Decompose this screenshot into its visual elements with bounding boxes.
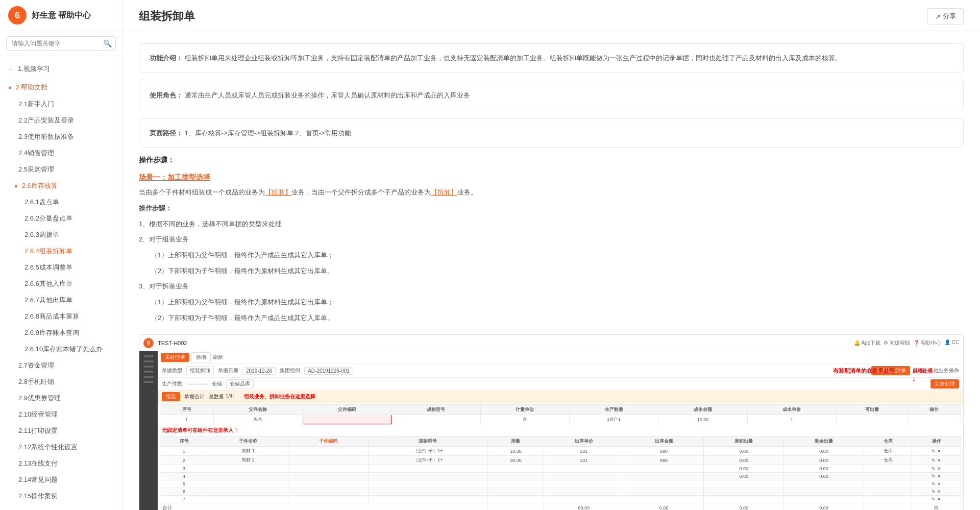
sidebar-item-inventory[interactable]: ● 2.6库存核算: [0, 178, 122, 194]
td-spec-1: [391, 415, 480, 424]
th-out-amt: 出库金额: [624, 436, 704, 447]
path-label: 页面路径：: [150, 129, 183, 137]
sidebar-item-265[interactable]: 2.6.5成本调整单: [0, 259, 122, 276]
sidebar-item-sys[interactable]: 2.12系统个性化设置: [0, 439, 122, 455]
func-intro-label: 功能介绍：: [150, 54, 183, 62]
sim-doctype-value: 组装拆卸: [186, 366, 214, 375]
sim-company: TEST-H002: [158, 340, 187, 346]
nav-group-video: ＋ 1.视频学习: [0, 60, 122, 78]
sidebar-item-2610[interactable]: 2.6.10库存账本错了怎么办: [0, 341, 122, 357]
share-label: 分享: [943, 12, 956, 21]
sim-lower-row-3: 30.000.00✎ ✕: [160, 465, 961, 473]
expand-icon: ＋: [8, 65, 14, 73]
sim-sidebar-icon-1: [143, 355, 154, 357]
th-child-name: 子件名称: [208, 436, 288, 447]
sim-top-icons: 🔔 App下载 ⚙ 初级帮助 ❓ 帮助中心 👤 CC: [854, 339, 959, 347]
app-logo: 6: [8, 6, 27, 25]
td-op-1: [908, 415, 961, 424]
annotation2-text: 组装业务、拆卸业务在这里选择: [244, 394, 315, 399]
sim-table-footer: 合计 89.00 0.00 0.00 0.00 同: [160, 503, 961, 510]
sidebar-item-267[interactable]: 2.6.7其他出库单: [0, 292, 122, 308]
step2-1: （1）上部明细为父件明细，最终作为产成品生成其它入库单；: [139, 249, 964, 262]
sidebar-item-sales[interactable]: 2.4销售管理: [0, 145, 122, 161]
sidebar-item-263[interactable]: 2.6.3调拨单: [0, 227, 122, 243]
sidebar-item-coupon[interactable]: 2.9优惠券管理: [0, 390, 122, 406]
main-content: 组装拆卸单 ↗ 分享 功能介绍： 组装拆卸单用来处理企业组装或拆卸等加工业务，支…: [122, 0, 980, 510]
sidebar-item-pay[interactable]: 2.13在线支付: [0, 455, 122, 472]
step2: 2、对于组装业务: [139, 233, 964, 246]
steps-label: 操作步骤：: [139, 202, 964, 215]
sim-label-deptno: 集团组织: [280, 367, 300, 374]
annotation3-container: 启用处理 ↓: [912, 368, 933, 383]
sim-warehouse-value: 仓储品库: [226, 379, 254, 388]
sidebar-item-finance[interactable]: 2.7资金管理: [0, 357, 122, 374]
td-code-1: [302, 415, 391, 424]
th-seq2: 序号: [160, 436, 208, 447]
sidebar-item-print[interactable]: 2.11打印设置: [0, 423, 122, 439]
role-text: 通常由生产人员或库管人员完成拆装业务的操作，库管人员确认原材料的出库和产成品的入…: [185, 91, 470, 99]
step3: 3、对于拆装业务: [139, 280, 964, 293]
td-costprice-1: 1: [747, 415, 836, 424]
sim-lower-row-2: 2周材 2（父件-子）1+30.001018900.000.00仓库✎ ✕: [160, 456, 961, 465]
nav-group-docs-label: 2.帮助文档: [16, 83, 48, 92]
sim-label-doctype: 单据类型: [162, 367, 182, 374]
th-qty: 生产数量: [569, 405, 658, 415]
th-op: 操作: [908, 405, 961, 415]
sidebar-item-purchase[interactable]: 2.5采购管理: [0, 161, 122, 178]
search-input[interactable]: [6, 36, 116, 51]
td-avail-1: [836, 415, 907, 424]
sim-type-tag: 组装: [162, 392, 180, 401]
step3-1: （1）上部明细为父件明细，最终作为原材料生成其它出库单；: [139, 296, 964, 309]
sidebar-item-262[interactable]: 2.6.2分量盘点单: [0, 210, 122, 227]
sidebar-item-266[interactable]: 2.6.6其他入库单: [0, 276, 122, 292]
sidebar-item-mobile[interactable]: 2.8手机旺铺: [0, 374, 122, 390]
th-seq: 序号: [160, 405, 214, 415]
sidebar-item-install[interactable]: 2.2产品安装及登录: [0, 112, 122, 129]
annotation3-text: 启用处理: [912, 368, 933, 374]
th-cost-price: 成本单价: [747, 405, 836, 415]
share-button[interactable]: ↗ 分享: [927, 8, 964, 25]
search-box[interactable]: 🔍: [0, 31, 122, 56]
sim-upper-table: 序号 父件名称 父件编码 规格型号 计量单位 生产数量 成本金额 成本单价: [160, 404, 961, 424]
td-seq-1: 1: [160, 415, 214, 424]
sidebar-item-new-user[interactable]: 2.1新手入门: [0, 96, 122, 112]
sidebar-item-data-prep[interactable]: 2.3使用前数据准备: [0, 129, 122, 145]
app-title: 好生意 帮助中心: [32, 10, 91, 21]
sim-tabs-row: 未处理单 新增 刷新: [158, 351, 963, 364]
sidebar-item-268[interactable]: 2.6.8商品成本重算: [0, 308, 122, 325]
sidebar-item-ops[interactable]: 2.10经营管理: [0, 406, 122, 423]
th-child-code: 子件编码: [288, 436, 368, 447]
sim-lower-row-7: 7✎ ✕: [160, 496, 961, 503]
sim-table-row-1: 1 关木 台 1台/+1 10.00 1: [160, 415, 961, 424]
sim-type-row: 组装 单据合计 总数量 1/4: 组装业务、拆卸业务在这里选择: [158, 391, 963, 403]
inventory-group-label: 2.6库存核算: [22, 181, 58, 190]
th-remain: 剩余出量: [784, 436, 864, 447]
sidebar-item-261[interactable]: 2.6.1盘点单: [0, 194, 122, 210]
main-header: 组装拆卸单 ↗ 分享: [122, 0, 980, 31]
sim-count-input: [186, 383, 208, 385]
td-unit-1: 台: [480, 415, 569, 424]
sim-sidebar-icon-6: [143, 381, 154, 383]
screenshot-container: 6 TEST-H002 🔔 App下载 ⚙ 初级帮助 ❓ 帮助中心 👤 CC: [139, 334, 964, 510]
sim-body: 未处理单 新增 刷新 单据类型 组装拆卸 单据日期 2019-12-26: [139, 351, 963, 510]
td-qty-1: 1台/+1: [569, 415, 658, 424]
step1: 1、根据不同的业务，选择不同单据的类型来处理: [139, 218, 964, 231]
sim-btn-process[interactable]: 立发处理: [930, 379, 959, 388]
page-title: 组装拆卸单: [139, 9, 195, 24]
sim-upper-table-wrapper: 序号 父件名称 父件编码 规格型号 计量单位 生产数量 成本金额 成本单价: [158, 403, 963, 425]
sidebar-item-case[interactable]: 2.15操作案例: [0, 488, 122, 504]
nav-group-docs: ● 2.帮助文档 2.1新手入门 2.2产品安装及登录 2.3使用前数据准备 2…: [0, 79, 122, 504]
role-label: 使用角色：: [150, 91, 183, 99]
sidebar-item-264[interactable]: 2.6.4组装拆卸单: [0, 243, 122, 259]
arrow1: →: [897, 368, 902, 374]
sim-topbar: 6 TEST-H002 🔔 App下载 ⚙ 初级帮助 ❓ 帮助中心 👤 CC: [139, 335, 963, 351]
sim-lower-row-6: 6✎ ✕: [160, 488, 961, 496]
search-button[interactable]: 🔍: [103, 39, 112, 47]
sidebar-item-help-docs[interactable]: ● 2.帮助文档: [0, 79, 122, 96]
sidebar-item-faq[interactable]: 2.14常见问题: [0, 472, 122, 488]
ops-label: 操作步骤：: [139, 156, 964, 165]
sim-lower-row-1: 1周材 1（父件-子）1+10.001018900.000.00仓库✎ ✕: [160, 447, 961, 456]
sidebar-item-269[interactable]: 2.6.9库存账本查询: [0, 325, 122, 341]
sidebar-item-video-learning[interactable]: ＋ 1.视频学习: [0, 60, 122, 78]
sidebar: 6 好生意 帮助中心 🔍 ＋ 1.视频学习 ● 2.帮助文档 2.1新手入门 2…: [0, 0, 122, 510]
